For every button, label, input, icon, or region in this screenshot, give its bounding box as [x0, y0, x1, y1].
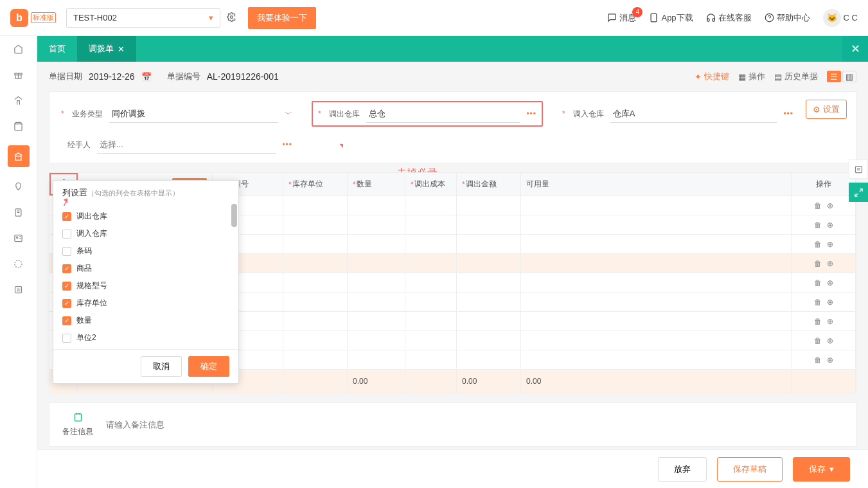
upload-icon[interactable]: [12, 94, 25, 107]
copy-icon[interactable]: ⊕: [827, 356, 833, 365]
home-icon[interactable]: [12, 42, 25, 55]
bag-icon[interactable]: [12, 120, 25, 132]
delete-icon[interactable]: 🗑: [814, 240, 822, 249]
more-icon[interactable]: •••: [783, 109, 793, 118]
copy-icon[interactable]: ⊕: [827, 259, 833, 268]
header-gear-icon[interactable]: [227, 12, 236, 24]
help-center-link[interactable]: 帮助中心: [765, 12, 810, 24]
column-option-label: 调入仓库: [76, 228, 107, 239]
checkbox-icon[interactable]: [62, 316, 71, 325]
copy-icon[interactable]: ⊕: [827, 336, 833, 345]
popup-cancel-button[interactable]: 取消: [141, 356, 182, 377]
discard-button[interactable]: 放弃: [658, 457, 707, 482]
shortcut-button[interactable]: ✦ 快捷键: [695, 71, 729, 82]
view-list[interactable]: ☰: [827, 71, 841, 82]
column-option-label: 规格型号: [76, 280, 107, 291]
close-all-tabs[interactable]: ✕: [842, 36, 868, 62]
gift-icon[interactable]: [12, 68, 25, 81]
column-option[interactable]: 库存单位: [53, 294, 238, 312]
view-grid[interactable]: ▥: [842, 71, 856, 82]
in-wh-field[interactable]: [610, 105, 777, 123]
delete-icon[interactable]: 🗑: [814, 356, 822, 365]
messages-link[interactable]: 消息 4: [607, 12, 636, 24]
tab-transfer[interactable]: 调拨单✕: [77, 36, 136, 62]
handler-field[interactable]: [97, 136, 276, 154]
delete-icon[interactable]: 🗑: [814, 259, 822, 268]
svg-rect-20: [75, 414, 81, 421]
help-center-label: 帮助中心: [777, 12, 810, 24]
copy-icon[interactable]: ⊕: [827, 201, 833, 210]
copy-icon[interactable]: ⊕: [827, 240, 833, 249]
date-label: 单据日期: [49, 71, 82, 82]
main-area: 首页 调拨单✕ ✕ 单据日期 2019-12-26 📅 单据编号 AL-2019…: [37, 36, 868, 488]
copy-icon[interactable]: ⊕: [827, 221, 833, 230]
save-button[interactable]: 保存▾: [793, 457, 850, 482]
popup-body[interactable]: 调出仓库调入仓库条码商品规格型号库存单位数量单位2: [53, 205, 238, 349]
delete-icon[interactable]: 🗑: [814, 201, 822, 210]
app-download-link[interactable]: App下载: [649, 12, 693, 24]
money-icon[interactable]: [12, 180, 25, 193]
user-menu[interactable]: 🐱 C C: [823, 9, 858, 27]
save-draft-button[interactable]: 保存草稿: [717, 457, 783, 482]
warehouse-icon[interactable]: [8, 145, 30, 167]
chevron-down-icon: ▾: [829, 464, 834, 474]
remarks-label: 备注信息: [62, 426, 93, 437]
calendar-icon[interactable]: 📅: [141, 72, 152, 82]
avatar-icon: 🐱: [823, 9, 841, 27]
clipboard-icon[interactable]: [12, 206, 25, 219]
column-option[interactable]: 单位2: [53, 329, 238, 347]
column-option-label: 数量: [76, 315, 92, 326]
scrollbar-thumb[interactable]: [231, 204, 237, 227]
checkbox-icon[interactable]: [62, 299, 71, 308]
contact-icon[interactable]: [12, 231, 25, 244]
tab-home[interactable]: 首页: [37, 36, 77, 62]
copy-icon[interactable]: ⊕: [827, 278, 833, 287]
required-icon: *: [61, 109, 64, 118]
more-icon[interactable]: •••: [526, 109, 536, 118]
column-option[interactable]: 规格型号: [53, 277, 238, 294]
refresh-icon[interactable]: [12, 257, 25, 270]
trial-button[interactable]: 我要体验一下: [248, 7, 316, 29]
biz-type-field[interactable]: [109, 105, 278, 123]
form-settings-button[interactable]: ⚙设置: [806, 100, 847, 119]
remarks-input[interactable]: [106, 420, 847, 429]
checkbox-icon[interactable]: [62, 212, 71, 221]
delete-icon[interactable]: 🗑: [814, 317, 822, 326]
svg-point-15: [15, 260, 22, 267]
checkbox-icon[interactable]: [62, 230, 71, 239]
th-amount: 调出金额: [466, 179, 497, 190]
copy-icon[interactable]: ⊕: [827, 317, 833, 326]
checkbox-icon[interactable]: [62, 282, 71, 291]
out-wh-field[interactable]: [366, 105, 520, 123]
svg-point-0: [231, 15, 233, 18]
column-option-label: 库存单位: [76, 298, 107, 309]
new-icon[interactable]: 新: [12, 283, 25, 296]
history-button[interactable]: ▤ 历史单据: [774, 71, 818, 82]
popup-confirm-button[interactable]: 确定: [188, 356, 229, 377]
more-icon[interactable]: •••: [282, 140, 292, 149]
checkbox-icon[interactable]: [62, 334, 71, 343]
column-option[interactable]: 条码: [53, 242, 238, 260]
close-icon[interactable]: ✕: [118, 44, 125, 54]
column-option[interactable]: 调入仓库: [53, 225, 238, 242]
biz-type-label: 业务类型: [72, 109, 103, 120]
column-option[interactable]: 数量: [53, 312, 238, 329]
org-selector[interactable]: TEST-H002 ▾: [66, 8, 220, 28]
total-qty: 0.00: [348, 370, 405, 393]
operate-button[interactable]: ▦ 操作: [738, 71, 765, 82]
delete-icon[interactable]: 🗑: [814, 298, 822, 307]
delete-icon[interactable]: 🗑: [814, 221, 822, 230]
column-option[interactable]: 调出仓库: [53, 208, 238, 225]
checkbox-icon[interactable]: [62, 264, 71, 273]
date-value[interactable]: 2019-12-26: [89, 71, 135, 82]
checkbox-icon[interactable]: [62, 247, 71, 256]
online-service-label: 在线客服: [718, 12, 752, 24]
delete-icon[interactable]: 🗑: [814, 336, 822, 345]
online-service-link[interactable]: 在线客服: [706, 12, 752, 24]
chevron-down-icon[interactable]: ﹀: [285, 109, 292, 120]
detail-icon[interactable]: [849, 159, 868, 179]
delete-icon[interactable]: 🗑: [814, 278, 822, 287]
copy-icon[interactable]: ⊕: [827, 298, 833, 307]
column-option[interactable]: 商品: [53, 260, 238, 277]
expand-icon[interactable]: [849, 183, 868, 202]
